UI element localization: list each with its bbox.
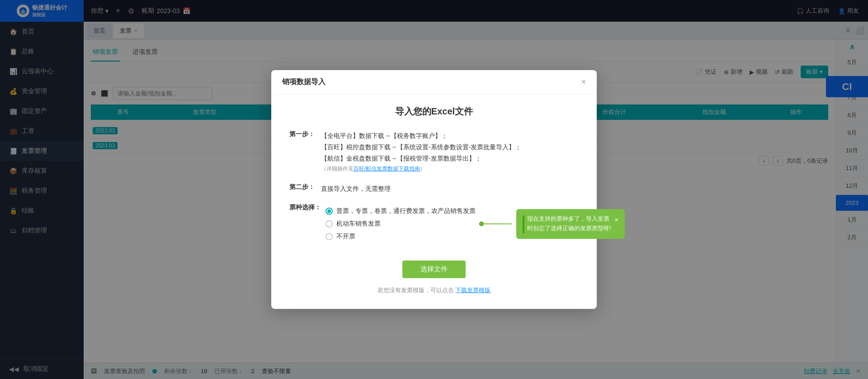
- ticket-select-label: 票种选择：: [289, 204, 321, 212]
- modal-close-btn[interactable]: ×: [581, 77, 586, 87]
- tooltip-connector-dot: [479, 222, 484, 226]
- step2-label: 第二步：: [289, 183, 316, 191]
- modal-footer: 若您没有发票模版，可以点击 下载发票模版: [289, 286, 579, 294]
- ticket-select-row-container: 票种选择： 普票，专票，卷票，通行费发票，农产品销售发票 机动车销售发票: [289, 204, 579, 251]
- ticket-options: 普票，专票，卷票，通行费发票，农产品销售发票 机动车销售发票 现: [326, 207, 476, 241]
- step2-content: 直接导入文件，无需整理: [321, 183, 391, 194]
- modal-header: 销项数据导入 ×: [271, 70, 597, 95]
- step1-label: 第一步：: [289, 130, 316, 138]
- import-modal: 销项数据导入 × 导入您的Excel文件 第一步： 【全电平台】数据下载→【税务…: [271, 70, 597, 309]
- step1-content: 【全电平台】数据下载→【税务数字账户】； 【百旺】税控盘数据下载→【系统设置-系…: [321, 130, 521, 174]
- ticket-none-label: 不开票: [336, 232, 355, 241]
- ticket-motor-label: 机动车销售发票: [336, 220, 381, 228]
- step1-line-3: 【航信】金税盘数据下载→【报税管理-发票数据导出】；: [321, 153, 521, 164]
- tooltip-box: 现在支持的票种多了，导入发票时别忘了选择正确的发票类型呀! ×: [516, 209, 625, 239]
- modal-main-title: 导入您的Excel文件: [289, 105, 579, 118]
- modal-overlay[interactable]: 销项数据导入 × 导入您的Excel文件 第一步： 【全电平台】数据下载→【税务…: [0, 0, 868, 379]
- modal-title: 销项数据导入: [282, 77, 326, 87]
- ticket-option-motor[interactable]: 机动车销售发票 现在支持的票种多了，导入发票时别忘了选择正确的发票类型呀! ×: [326, 220, 476, 228]
- radio-normal[interactable]: [326, 208, 333, 215]
- radio-dot-normal: [327, 209, 331, 213]
- modal-body: 导入您的Excel文件 第一步： 【全电平台】数据下载→【税务数字账户】； 【百…: [271, 95, 597, 309]
- radio-none[interactable]: [326, 233, 333, 240]
- step1-line-1: 【全电平台】数据下载→【税务数字账户】；: [321, 130, 521, 142]
- download-template-link[interactable]: 下载发票模版: [455, 287, 491, 294]
- step2-row: 第二步： 直接导入文件，无需整理: [289, 183, 579, 194]
- ticket-option-normal[interactable]: 普票，专票，卷票，通行费发票，农产品销售发票: [326, 207, 476, 215]
- select-file-btn[interactable]: 选择文件: [402, 261, 466, 278]
- ticket-normal-label: 普票，专票，卷票，通行费发票，农产品销售发票: [336, 207, 476, 215]
- ticket-option-none[interactable]: 不开票: [326, 232, 476, 241]
- tooltip-bar: [523, 215, 524, 233]
- radio-motor[interactable]: [326, 220, 333, 227]
- tooltip-close-btn[interactable]: ×: [614, 214, 618, 225]
- tooltip-text: 现在支持的票种多了，导入发票时别忘了选择正确的发票类型呀!: [527, 214, 612, 233]
- step1-guide-link[interactable]: 百旺/航信发票数据下载指南: [354, 166, 420, 172]
- step1-row: 第一步： 【全电平台】数据下载→【税务数字账户】； 【百旺】税控盘数据下载→【系…: [289, 130, 579, 174]
- tooltip-line: [484, 223, 512, 224]
- step1-line-2: 【百旺】税控盘数据下载→【系统设置-系统参数设置-发票批量导入】；: [321, 142, 521, 153]
- step1-link[interactable]: （详细操作见百旺/航信发票数据下载指南）: [321, 164, 521, 174]
